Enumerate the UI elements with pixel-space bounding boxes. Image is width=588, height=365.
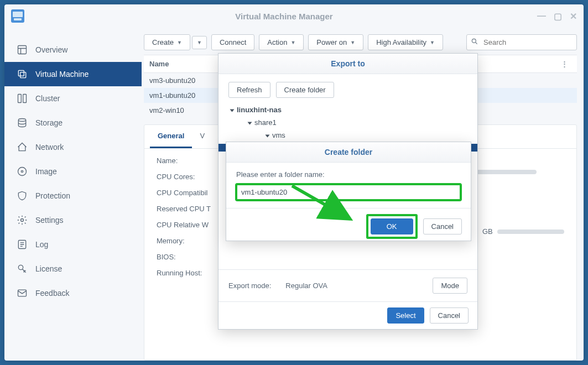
create-button[interactable]: Create▼ xyxy=(144,34,190,50)
svg-point-10 xyxy=(18,265,23,269)
tree-node[interactable]: vms xyxy=(266,129,467,142)
sidebar: Overview Virtual Machine Cluster Storage… xyxy=(4,28,142,361)
cancel-button[interactable]: Cancel xyxy=(423,218,462,234)
action-button[interactable]: Action▼ xyxy=(259,34,304,50)
svg-point-12 xyxy=(472,39,476,43)
sidebar-item-license[interactable]: License xyxy=(4,257,142,281)
license-icon xyxy=(17,263,28,274)
memory-value-suffix: GB xyxy=(482,227,493,236)
protection-icon xyxy=(17,190,28,201)
connect-button[interactable]: Connect xyxy=(211,34,254,50)
caret-down-icon xyxy=(266,134,270,137)
svg-rect-11 xyxy=(18,290,27,296)
sidebar-item-label: Network xyxy=(35,143,64,152)
tab-other[interactable]: V xyxy=(192,125,212,148)
sidebar-item-label: Protection xyxy=(35,191,70,200)
network-icon xyxy=(17,142,28,153)
refresh-button[interactable]: Refresh xyxy=(228,82,270,98)
app-window: Virtual Machine Manager — ▢ ✕ Overview V… xyxy=(4,4,584,361)
tab-general[interactable]: General xyxy=(150,125,192,148)
sidebar-item-label: Settings xyxy=(35,216,64,225)
image-icon xyxy=(17,166,28,177)
caret-down-icon: ▼ xyxy=(350,40,355,45)
sidebar-item-label: Cluster xyxy=(35,94,60,103)
vm-icon xyxy=(17,69,28,80)
svg-rect-3 xyxy=(18,95,22,103)
sidebar-item-storage[interactable]: Storage xyxy=(4,111,142,135)
create-folder-button[interactable]: Create folder xyxy=(276,82,334,98)
svg-point-7 xyxy=(21,170,23,172)
sidebar-item-settings[interactable]: Settings xyxy=(4,208,142,232)
mode-button[interactable]: Mode xyxy=(433,278,467,294)
svg-point-6 xyxy=(18,168,27,176)
export-mode-value: Regular OVA xyxy=(285,281,327,290)
log-icon xyxy=(17,239,28,250)
svg-rect-1 xyxy=(18,70,24,76)
caret-down-icon xyxy=(230,109,235,112)
resource-bar xyxy=(497,230,564,234)
search-input[interactable] xyxy=(466,34,577,50)
sidebar-item-label: License xyxy=(35,264,62,273)
create-folder-prompt: Please enter a folder name: xyxy=(236,170,461,179)
export-mode-row: Export mode: Regular OVA Mode xyxy=(218,269,477,301)
svg-point-5 xyxy=(18,119,25,122)
sidebar-item-feedback[interactable]: Feedback xyxy=(4,281,142,305)
sidebar-item-label: Storage xyxy=(35,118,63,127)
sidebar-item-label: Image xyxy=(35,167,57,176)
sidebar-item-image[interactable]: Image xyxy=(4,159,142,184)
sidebar-item-overview[interactable]: Overview xyxy=(4,38,142,62)
window-title: Virtual Machine Manager xyxy=(31,12,537,21)
tree-node-root[interactable]: linuxhint-nas xyxy=(231,103,467,116)
column-menu-icon[interactable]: ⋮ xyxy=(561,60,571,68)
window-controls: — ▢ ✕ xyxy=(537,11,577,22)
ok-button[interactable]: OK xyxy=(371,218,413,234)
storage-icon xyxy=(17,117,28,128)
maximize-icon[interactable]: ▢ xyxy=(554,11,562,22)
create-folder-title: Create folder xyxy=(226,142,471,163)
close-icon[interactable]: ✕ xyxy=(570,11,577,22)
app-icon xyxy=(11,9,24,23)
sidebar-item-cluster[interactable]: Cluster xyxy=(4,86,142,111)
settings-icon xyxy=(17,215,28,226)
sidebar-item-protection[interactable]: Protection xyxy=(4,184,142,208)
sidebar-item-label: Virtual Machine xyxy=(35,70,89,79)
sidebar-item-label: Log xyxy=(35,240,48,249)
toolbar: Create▼ ▼ Connect Action▼ Power on▼ High… xyxy=(144,34,577,50)
caret-down-icon: ▼ xyxy=(197,40,202,45)
search-icon xyxy=(471,38,478,48)
create-folder-modal: Create folder Please enter a folder name… xyxy=(226,142,471,241)
sidebar-item-label: Overview xyxy=(35,45,67,54)
sidebar-item-virtual-machine[interactable]: Virtual Machine xyxy=(4,62,142,86)
svg-rect-2 xyxy=(20,72,26,78)
power-button[interactable]: Power on▼ xyxy=(308,34,363,50)
caret-down-icon xyxy=(248,122,252,124)
caret-down-icon: ▼ xyxy=(290,40,295,45)
create-dropdown-toggle[interactable]: ▼ xyxy=(192,36,207,49)
titlebar: Virtual Machine Manager — ▢ ✕ xyxy=(4,4,584,28)
folder-name-input[interactable] xyxy=(236,184,461,200)
tree-node[interactable]: share1 xyxy=(248,116,467,129)
export-modal-title: Export to xyxy=(218,54,477,74)
caret-down-icon: ▼ xyxy=(177,40,182,45)
cluster-icon xyxy=(17,93,28,104)
cancel-button[interactable]: Cancel xyxy=(430,307,469,324)
caret-down-icon: ▼ xyxy=(430,40,435,45)
svg-point-8 xyxy=(21,219,24,222)
sidebar-item-network[interactable]: Network xyxy=(4,135,142,159)
svg-rect-4 xyxy=(23,95,27,103)
select-button[interactable]: Select xyxy=(387,307,424,324)
minimize-icon[interactable]: — xyxy=(537,11,546,22)
overview-icon xyxy=(17,44,28,55)
sidebar-item-label: Feedback xyxy=(35,289,69,298)
export-mode-label: Export mode: xyxy=(228,281,271,290)
sidebar-item-log[interactable]: Log xyxy=(4,232,142,257)
svg-rect-0 xyxy=(18,46,27,54)
search-wrap xyxy=(466,34,577,50)
feedback-icon xyxy=(17,288,28,299)
ha-button[interactable]: High Availability▼ xyxy=(368,34,443,50)
